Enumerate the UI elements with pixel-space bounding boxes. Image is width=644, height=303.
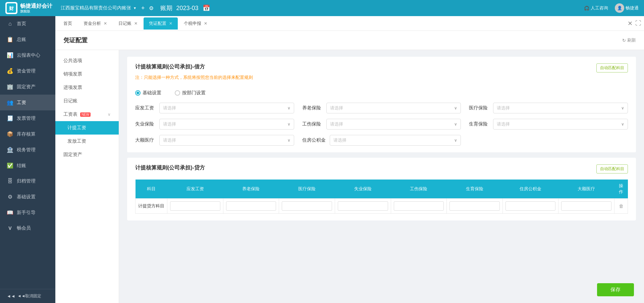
select-unemployment-placeholder: 请选择: [163, 121, 176, 127]
tab-journal-close[interactable]: ✕: [134, 21, 138, 26]
tab-journal-label: 日记账: [118, 20, 131, 27]
tab-journal[interactable]: 日记账 ✕: [113, 17, 143, 30]
tab-close-window-icon[interactable]: ✕: [628, 20, 633, 27]
tab-tax-label: 个税申报: [184, 20, 201, 27]
select-birth-chevron: ∨: [621, 122, 624, 127]
sidebar-item-assets[interactable]: 🏢 固定资产: [0, 79, 55, 95]
leftnav-public[interactable]: 公共选项: [55, 54, 119, 67]
debit-auto-match-button[interactable]: 自动匹配科目: [596, 63, 628, 72]
content-area: 首页 资金分析 ✕ 日记账 ✕ 凭证配置 ✕ 个税申报 ✕ ✕ ⛶: [55, 16, 644, 303]
leftnav-salary-table-label: 工资表 NEW: [63, 111, 91, 117]
th-subject: 科目: [136, 180, 167, 199]
leftnav-sales[interactable]: 销项发票: [55, 67, 119, 81]
radio-basic[interactable]: 基础设置: [135, 90, 161, 96]
settings-icon[interactable]: ⚙: [149, 5, 154, 11]
label-large-medical: 大额医疗: [135, 137, 155, 143]
sidebar-item-home[interactable]: ⌂ 首页: [0, 16, 55, 32]
credit-auto-match-button[interactable]: 自动匹配科目: [596, 164, 628, 173]
refresh-button[interactable]: ↻ 刷新: [622, 37, 636, 43]
tab-home-label: 首页: [63, 20, 72, 27]
select-birth[interactable]: 请选择 ∨: [493, 119, 628, 130]
table-row: 计提贷方科目 🗑: [136, 199, 628, 214]
sidebar-item-capital[interactable]: 💰 资金管理: [0, 63, 55, 79]
leftnav-salary-table[interactable]: 工资表 NEW ∨: [55, 108, 119, 121]
leftnav-fixed-assets[interactable]: 固定资产: [55, 148, 119, 161]
delete-row-icon[interactable]: 🗑: [619, 203, 624, 209]
page-header: 凭证配置 ↻ 刷新: [55, 31, 644, 50]
capital-icon: 💰: [7, 68, 13, 74]
tab-voucher-close[interactable]: ✕: [169, 21, 172, 26]
user-service[interactable]: 🎧 人工咨询: [584, 5, 608, 11]
sidebar-item-invoice[interactable]: 🧾 发票管理: [0, 110, 55, 126]
label-pension: 养老保险: [302, 105, 322, 111]
select-housing-placeholder: 请选择: [333, 137, 346, 143]
tab-tax-close[interactable]: ✕: [204, 21, 207, 26]
user-profile[interactable]: 👤 畅捷通: [615, 3, 639, 13]
cancel-pin[interactable]: ◄◄ ◄◄取消固定: [0, 289, 55, 303]
radio-department[interactable]: 按部门设置: [175, 90, 206, 96]
page-body: 公共选项 销项发票 进项发票 日记账 工资表 NEW ∨ 计提工资 发放工资 固…: [55, 50, 644, 303]
credit-table: 科目 应发工资 养老保险 医疗保险 失业保险 工伤保险 生育保险 住房公积金 大…: [135, 180, 628, 214]
save-button[interactable]: 保存: [597, 283, 634, 296]
guide-icon: 📖: [7, 209, 13, 216]
td-injury-input[interactable]: [394, 201, 444, 211]
leftnav-purchase[interactable]: 进项发票: [55, 81, 119, 94]
top-bar: 财 畅捷通好会计 旗舰版 江西服宝精品有限责任公司内账张 ▾ + ⚙ 账期 20…: [0, 0, 644, 16]
field-unemployment: 失业保险 请选择 ∨: [135, 119, 294, 130]
sidebar-label-guide: 新手引导: [17, 210, 36, 216]
leftnav-journal[interactable]: 日记账: [55, 94, 119, 108]
sidebar-item-tax[interactable]: 🏦 税务管理: [0, 142, 55, 158]
select-housing[interactable]: 请选择 ∨: [330, 135, 461, 146]
select-pension[interactable]: 请选择 ∨: [326, 103, 461, 113]
td-housing-input[interactable]: [505, 201, 556, 211]
sidebar-item-inventory[interactable]: 📦 库存核算: [0, 126, 55, 142]
table-header-row: 科目 应发工资 养老保险 医疗保险 失业保险 工伤保险 生育保险 住房公积金 大…: [136, 180, 628, 199]
tab-capital-close[interactable]: ✕: [104, 21, 107, 26]
tab-voucher[interactable]: 凭证配置 ✕: [144, 17, 178, 30]
calendar-icon[interactable]: 📅: [203, 4, 210, 12]
sidebar-item-settings[interactable]: ⚙ 基础设置: [0, 189, 55, 205]
sidebar-item-vip[interactable]: V 畅会员: [0, 220, 55, 236]
tab-maximize-icon[interactable]: ⛶: [635, 20, 641, 27]
sidebar-item-guide[interactable]: 📖 新手引导: [0, 205, 55, 220]
select-salary[interactable]: 请选择 ∨: [159, 103, 294, 113]
company-dropdown-icon[interactable]: ▾: [134, 6, 136, 10]
checkout-icon: ✅: [7, 162, 13, 169]
tab-home[interactable]: 首页: [58, 17, 77, 30]
sidebar-label-capital: 资金管理: [17, 68, 36, 74]
sidebar-item-checkout[interactable]: ✅ 结账: [0, 158, 55, 173]
sidebar: ⌂ 首页 📋 总账 📊 云报表中心 💰 资金管理 🏢 固定资产 👥 工资 🧾 发…: [0, 16, 55, 303]
tab-capital-label: 资金分析: [84, 20, 101, 27]
td-medical-input[interactable]: [282, 201, 332, 211]
select-injury-chevron: ∨: [454, 122, 457, 127]
tab-tax[interactable]: 个税申报 ✕: [178, 17, 213, 30]
sidebar-item-reports[interactable]: 📊 云报表中心: [0, 47, 55, 63]
select-injury[interactable]: 请选择 ∨: [326, 119, 461, 130]
leftnav-salary-pay[interactable]: 发放工资: [55, 135, 119, 148]
add-icon[interactable]: +: [141, 5, 145, 12]
label-medical: 医疗保险: [469, 105, 489, 111]
td-large-medical-input[interactable]: [561, 201, 611, 211]
td-salary-input[interactable]: [170, 201, 220, 211]
td-pension-input[interactable]: [226, 201, 276, 211]
sidebar-item-archive[interactable]: 🗄 归档管理: [0, 173, 55, 189]
th-injury: 工伤保险: [391, 180, 447, 199]
th-large-medical: 大额医疗: [558, 180, 614, 199]
tab-capital[interactable]: 资金分析 ✕: [78, 17, 112, 30]
leftnav-salary-calc[interactable]: 计提工资: [55, 121, 119, 135]
sidebar-item-ledger[interactable]: 📋 总账: [0, 32, 55, 47]
select-unemployment[interactable]: 请选择 ∨: [159, 119, 294, 130]
sidebar-item-salary[interactable]: 👥 工资: [0, 95, 55, 110]
select-medical[interactable]: 请选择 ∨: [493, 103, 628, 113]
company-selector[interactable]: 江西服宝精品有限责任公司内账张 ▾: [61, 5, 136, 11]
svg-text:财: 财: [9, 6, 14, 11]
sidebar-label-invoice: 发票管理: [17, 115, 36, 121]
td-birth-input-cell: [447, 199, 503, 214]
td-birth-input[interactable]: [449, 201, 500, 211]
sidebar-label-assets: 固定资产: [17, 84, 36, 90]
label-unemployment: 失业保险: [135, 121, 155, 127]
td-housing-input-cell: [502, 199, 558, 214]
credit-section-header: 计提核算规则(公司承担)-贷方 自动匹配科目: [135, 164, 628, 175]
select-large-medical[interactable]: 请选择 ∨: [159, 135, 294, 146]
td-unemployment-input[interactable]: [338, 201, 388, 211]
